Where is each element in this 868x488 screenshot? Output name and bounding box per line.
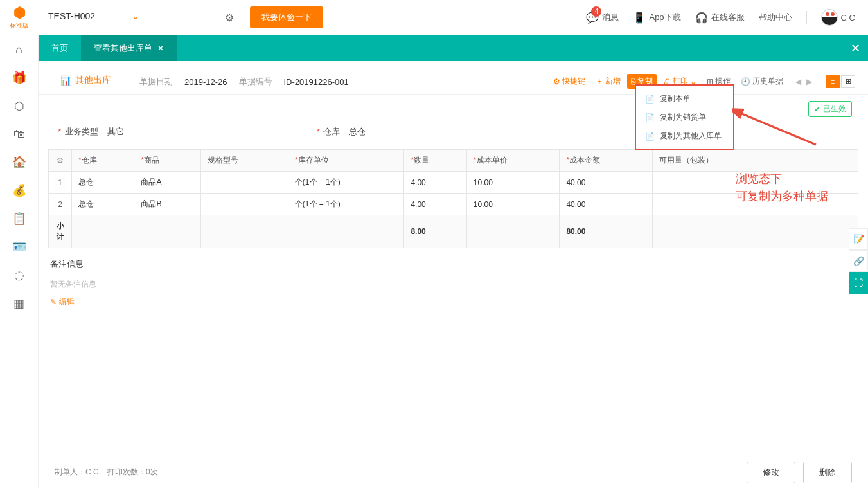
warehouse-value: 总仓: [349, 126, 366, 138]
next-icon[interactable]: ▶: [804, 77, 814, 86]
status-row: ✔已生效: [39, 95, 868, 117]
doc-type-tab[interactable]: 📊 其他出库: [51, 68, 120, 94]
edit-remark-link[interactable]: ✎编辑: [50, 296, 856, 307]
tab-current[interactable]: 查看其他出库单 ✕: [81, 35, 177, 61]
date-value: 2019-12-26: [184, 77, 227, 87]
copy-this-doc[interactable]: 📄复制本单: [636, 89, 733, 108]
messages-label: 消息: [602, 12, 619, 23]
gift-icon[interactable]: 🎁: [12, 71, 26, 85]
tab-home[interactable]: 首页: [39, 35, 81, 61]
transfer-icon[interactable]: ◌: [14, 268, 24, 282]
app-download-link[interactable]: 📱 App下载: [633, 12, 680, 24]
clipboard-icon[interactable]: 📋: [12, 212, 26, 226]
no-label: 单据编号: [239, 76, 272, 87]
new-icon[interactable]: ▦: [13, 296, 24, 311]
date-label: 单据日期: [139, 76, 173, 87]
tab-bar: 首页 查看其他出库单 ✕ ✕: [39, 35, 868, 61]
col-qty: *数量: [404, 150, 466, 172]
no-value: ID-20191226-001: [284, 77, 349, 87]
col-cost-price: *成本单价: [466, 150, 560, 172]
col-unit: *库存单位: [288, 150, 404, 172]
edit-icon: ✎: [50, 298, 57, 307]
left-nav: ⌂ 🎁 ⬡ 🛍 🏠 💰 📋 🪪 ◌ ▦: [0, 35, 39, 488]
building-icon[interactable]: 🏠: [12, 155, 26, 169]
chevron-down-icon: ⌄: [132, 11, 215, 21]
prev-icon[interactable]: ◀: [793, 77, 803, 86]
user-name: C C: [841, 13, 855, 23]
right-dock: 📝 🔗 ⛶: [849, 228, 868, 294]
table-row[interactable]: 1 总仓 商品A 个(1个 = 1个) 4.00 10.00 40.00: [49, 172, 858, 194]
copy-as-sales[interactable]: 📄复制为销货单: [636, 108, 733, 127]
status-badge: ✔已生效: [808, 101, 852, 117]
history-icon: 🕘: [741, 77, 750, 86]
copy-dropdown: 📄复制本单 📄复制为销货单 📄复制为其他入库单: [635, 86, 734, 150]
phone-icon: 📱: [633, 12, 646, 24]
delete-button[interactable]: 删除: [803, 462, 852, 483]
biz-type-field: * 业务类型 其它: [58, 126, 124, 138]
company-select[interactable]: TEST-H002 ⌄: [48, 11, 215, 24]
warehouse-icon[interactable]: ⬡: [14, 99, 24, 113]
footer-info: 制单人：C C 打印次数：0次: [55, 467, 158, 478]
col-spec: 规格型号: [201, 150, 288, 172]
company-name: TEST-H002: [48, 11, 132, 21]
remark-section: 备注信息 暂无备注信息 ✎编辑: [39, 248, 868, 318]
add-action[interactable]: ＋新增: [592, 74, 624, 89]
gear-icon: ⚙: [553, 77, 560, 86]
items-table: ⚙ *仓库 *商品 规格型号 *库存单位 *数量 *成本单价 *成本金额 可用量…: [48, 149, 858, 248]
copy-as-other-in[interactable]: 📄复制为其他入库单: [636, 127, 733, 145]
top-header: ⬢ 标准版 TEST-H002 ⌄ ⚙ 我要体验一下 💬 4 消息 📱 App下…: [0, 0, 868, 35]
avatar-icon: [821, 9, 838, 26]
dock-note-icon[interactable]: 📝: [849, 228, 868, 250]
plus-icon: ＋: [596, 76, 603, 87]
nav-arrows: ◀ ▶: [793, 77, 814, 86]
card-view-toggle[interactable]: ⊞: [841, 75, 855, 88]
doc-icon: 📄: [645, 113, 655, 122]
modify-button[interactable]: 修改: [747, 462, 795, 483]
col-cost-amount: *成本金额: [560, 150, 653, 172]
help-center-link[interactable]: 帮助中心: [759, 12, 792, 23]
headset-icon: 🎧: [695, 12, 708, 24]
settings-icon[interactable]: ⚙: [225, 12, 234, 24]
dock-link-icon[interactable]: 🔗: [849, 250, 868, 272]
message-badge: 4: [591, 6, 601, 17]
table-row[interactable]: 2 总仓 商品B 个(1个 = 1个) 4.00 10.00 40.00: [49, 194, 858, 215]
doc-icon: 📄: [645, 95, 655, 104]
online-service-link[interactable]: 🎧 在线客服: [695, 12, 745, 24]
warehouse-field: * 仓库 总仓: [317, 126, 366, 138]
id-icon[interactable]: 🪪: [12, 240, 26, 254]
subtotal-row: 小计 8.00 80.00: [49, 215, 858, 248]
col-product: *商品: [134, 150, 201, 172]
logo-icon: ⬢: [13, 5, 26, 21]
check-icon: ✔: [814, 105, 820, 114]
close-all-tabs[interactable]: ✕: [842, 35, 868, 61]
view-toggles: ≡ ⊞: [826, 75, 855, 88]
gear-column[interactable]: ⚙: [49, 150, 72, 172]
close-icon[interactable]: ✕: [157, 44, 164, 53]
money-icon[interactable]: 💰: [12, 183, 26, 197]
list-view-toggle[interactable]: ≡: [826, 75, 840, 88]
main-area: 首页 查看其他出库单 ✕ ✕ 📊 其他出库 单据日期: [39, 35, 868, 488]
bag-icon[interactable]: 🛍: [13, 127, 25, 141]
doc-icon: 📄: [645, 132, 655, 141]
table-wrap: ⚙ *仓库 *商品 规格型号 *库存单位 *数量 *成本单价 *成本金额 可用量…: [39, 149, 868, 248]
messages-link[interactable]: 💬 4 消息: [586, 12, 619, 24]
footer: 制单人：C C 打印次数：0次 修改 删除: [39, 456, 868, 488]
logo-label: 标准版: [10, 21, 29, 30]
remark-title: 备注信息: [50, 258, 856, 270]
user-menu[interactable]: C C: [821, 9, 855, 26]
logo[interactable]: ⬢ 标准版: [0, 5, 39, 30]
remark-empty: 暂无备注信息: [50, 279, 856, 290]
header-right: 💬 4 消息 📱 App下载 🎧 在线客服 帮助中心 C C: [586, 9, 855, 26]
trial-button[interactable]: 我要体验一下: [250, 6, 323, 28]
shortcut-action[interactable]: ⚙快捷键: [549, 74, 589, 89]
doc-header: 📊 其他出库 单据日期 2019-12-26 单据编号 ID-20191226-…: [39, 61, 868, 95]
col-avail: 可用量（包装）: [653, 150, 858, 172]
form-row: * 业务类型 其它 * 仓库 总仓: [39, 117, 868, 149]
chart-icon: 📊: [60, 75, 71, 86]
history-action[interactable]: 🕘历史单据: [737, 74, 787, 89]
dock-expand-icon[interactable]: ⛶: [849, 272, 868, 294]
col-warehouse: *仓库: [72, 150, 134, 172]
biz-type-value: 其它: [107, 126, 124, 138]
home-icon[interactable]: ⌂: [15, 43, 22, 57]
divider: [806, 11, 807, 24]
